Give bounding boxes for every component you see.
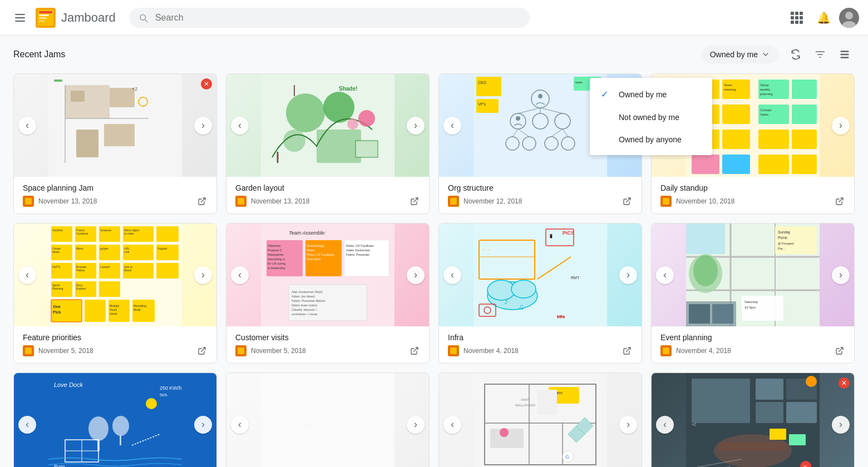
prev-arrow[interactable]: ‹ bbox=[231, 416, 249, 434]
next-arrow[interactable]: › bbox=[832, 266, 850, 284]
svg-rect-84 bbox=[692, 155, 719, 174]
svg-point-218 bbox=[88, 416, 108, 441]
jam-thumbnail: ‹ pattern wall →MAP WALLPAPER bbox=[439, 373, 642, 467]
search-input[interactable] bbox=[155, 13, 521, 23]
jam-card-garden-layout[interactable]: ‹ Shade! › Garden lay bbox=[226, 73, 430, 214]
jam-thumbnail: ‹ ... › bbox=[226, 373, 429, 467]
jam-card-infra[interactable]: ‹ PICS → → 📱 ♪ ♫ bbox=[438, 223, 642, 364]
svg-rect-253 bbox=[756, 402, 783, 423]
menu-button[interactable] bbox=[9, 7, 31, 29]
list-view-button[interactable] bbox=[835, 44, 855, 64]
svg-text:Propose 5: Propose 5 bbox=[268, 249, 282, 252]
jamboard-mini-icon bbox=[237, 197, 245, 205]
prev-arrow[interactable]: ‹ bbox=[656, 266, 674, 284]
svg-text:Picnic: Picnic bbox=[778, 236, 788, 240]
filter-option-owned-by-me[interactable]: ✓ Owned by me bbox=[590, 82, 712, 106]
prev-arrow[interactable]: ‹ bbox=[656, 416, 674, 434]
svg-text:planning: planning bbox=[760, 92, 773, 96]
jam-card-floor-plan[interactable]: ‹ pattern wall →MAP WALLPAPER bbox=[438, 372, 642, 467]
svg-text:Note-taker:: Note-taker: bbox=[307, 257, 322, 261]
jam-title: Org structure bbox=[448, 183, 633, 192]
search-bar[interactable] bbox=[129, 8, 530, 28]
svg-text:Lasso!: Lasso! bbox=[100, 265, 110, 269]
jam-card-customer-visits[interactable]: ‹ Team Assemble: Objective: Propose 5 Al… bbox=[226, 223, 430, 364]
svg-text:WALLPAPER: WALLPAPER bbox=[515, 404, 536, 407]
open-external-button[interactable] bbox=[196, 196, 208, 207]
svg-text:Pick: Pick bbox=[53, 310, 61, 314]
jam-info: Infra November 4, 2018 bbox=[439, 326, 642, 363]
external-link-icon bbox=[410, 197, 419, 206]
prev-arrow[interactable]: ‹ bbox=[443, 117, 461, 135]
svg-rect-85 bbox=[722, 155, 750, 174]
filter-option-owned-by-anyone[interactable]: Owned by anyone bbox=[590, 128, 712, 151]
external-link-icon bbox=[198, 197, 206, 206]
jam-card-love-dock[interactable]: ‹ Love Dock 250 KW/h 5¢/h bbox=[13, 372, 217, 467]
filter-button[interactable]: Owned by me bbox=[701, 46, 779, 63]
svg-rect-256 bbox=[719, 443, 786, 451]
jam-card-event-planning[interactable]: ‹ bbox=[651, 223, 855, 364]
svg-rect-212 bbox=[663, 347, 669, 354]
open-external-button[interactable] bbox=[622, 196, 633, 207]
prev-arrow[interactable]: ‹ bbox=[18, 416, 36, 434]
thumbnail-sketch: ✕ +2 bbox=[652, 373, 854, 467]
svg-text:Planning: Planning bbox=[52, 287, 63, 290]
filter-option-not-owned-by-me[interactable]: Not owned by me bbox=[590, 106, 712, 128]
next-arrow[interactable]: › bbox=[194, 416, 212, 434]
svg-text:RMT: RMT bbox=[571, 276, 580, 280]
next-arrow[interactable]: › bbox=[619, 266, 637, 284]
jam-info: Daily standup November 10, 2018 bbox=[652, 177, 854, 213]
jam-meta: November 5, 2018 bbox=[235, 345, 420, 356]
next-arrow[interactable]: › bbox=[407, 117, 425, 135]
jam-info: Customer visits November 5, 2018 bbox=[226, 326, 429, 363]
svg-text:Love Dock: Love Dock bbox=[54, 381, 83, 388]
svg-text:Inputs: Inputs bbox=[110, 312, 117, 315]
open-external-button[interactable] bbox=[834, 196, 845, 207]
jam-card-feature-priorities[interactable]: ‹ Autofree Frame Container Gestures Menu… bbox=[13, 223, 217, 364]
thumbnail-sketch: Team Assemble: Objective: Propose 5 Alte… bbox=[226, 223, 429, 326]
prev-arrow[interactable]: ‹ bbox=[443, 266, 461, 284]
sort-button[interactable] bbox=[810, 44, 830, 64]
next-arrow[interactable]: › bbox=[619, 416, 637, 434]
next-arrow[interactable]: › bbox=[832, 416, 850, 434]
svg-text:Recording: Recording bbox=[134, 304, 146, 307]
open-external-button[interactable] bbox=[409, 196, 420, 207]
svg-rect-251 bbox=[756, 379, 783, 400]
jamboard-mini-icon bbox=[24, 197, 32, 205]
jam-icon bbox=[448, 196, 459, 207]
svg-text:Adam Zuckerman: Adam Zuckerman bbox=[346, 249, 370, 252]
jam-card-light-sketch[interactable]: ‹ ... › bbox=[226, 372, 430, 467]
open-external-button[interactable] bbox=[622, 345, 633, 356]
apps-button[interactable] bbox=[786, 7, 808, 29]
svg-rect-22 bbox=[54, 80, 62, 82]
jam-card-space-planning[interactable]: ✕ ‹ +2 › Space planning bbox=[13, 73, 217, 214]
svg-rect-87 bbox=[792, 155, 817, 174]
next-arrow[interactable]: › bbox=[407, 266, 425, 284]
svg-point-244 bbox=[500, 428, 509, 437]
prev-arrow[interactable]: ‹ bbox=[18, 117, 36, 135]
next-arrow[interactable]: › bbox=[832, 117, 850, 135]
jam-card-dark[interactable]: ✕ ‹ ✕ bbox=[651, 372, 855, 467]
jam-date: November 4, 2018 bbox=[676, 347, 731, 355]
account-avatar[interactable] bbox=[839, 8, 859, 28]
jam-date-row: November 10, 2018 bbox=[660, 196, 734, 207]
open-external-button[interactable] bbox=[196, 345, 208, 356]
svg-point-219 bbox=[112, 416, 129, 436]
notifications-button[interactable]: 🔔 bbox=[812, 7, 835, 29]
svg-text:→MAP: →MAP bbox=[518, 398, 529, 401]
svg-point-7 bbox=[845, 12, 853, 19]
open-external-button[interactable] bbox=[834, 345, 845, 356]
prev-arrow[interactable]: ‹ bbox=[231, 117, 249, 135]
next-arrow[interactable]: › bbox=[407, 416, 425, 434]
svg-text:@ Prospect: @ Prospect bbox=[778, 242, 794, 245]
refresh-button[interactable] bbox=[786, 44, 806, 64]
jam-meta: November 10, 2018 bbox=[660, 196, 845, 207]
prev-arrow[interactable]: ‹ bbox=[231, 266, 249, 284]
jamboard-mini-icon bbox=[450, 347, 457, 355]
prev-arrow[interactable]: ‹ bbox=[443, 416, 461, 434]
next-arrow[interactable]: › bbox=[194, 117, 212, 135]
open-external-button[interactable] bbox=[409, 345, 420, 356]
prev-arrow[interactable]: ‹ bbox=[18, 266, 36, 284]
next-arrow[interactable]: › bbox=[194, 266, 212, 284]
svg-text:contributor + music: contributor + music bbox=[292, 312, 318, 316]
svg-rect-172 bbox=[474, 223, 607, 326]
